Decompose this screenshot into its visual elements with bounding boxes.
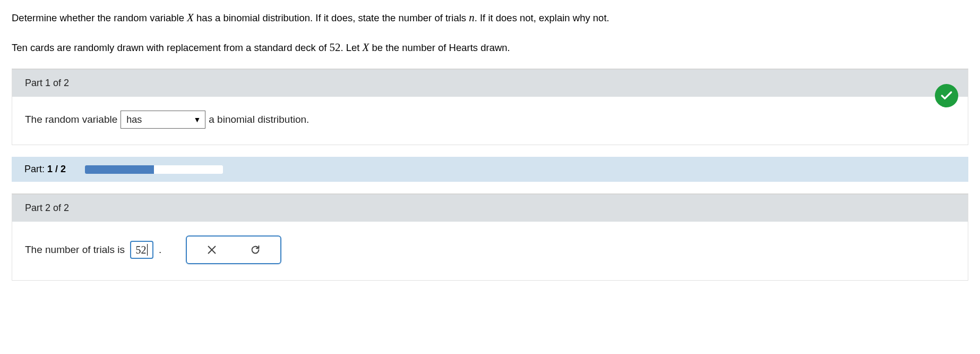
part2-text-after: . — [159, 242, 161, 258]
question-text: Determine whether the random variable X … — [12, 10, 968, 56]
part1-text-after: a binomial distribution. — [209, 112, 309, 128]
question-line1-pre: Determine whether the random variable — [12, 12, 187, 23]
part1-header: Part 1 of 2 — [12, 70, 968, 97]
question-line1-post: . If it does not, explain why not. — [475, 12, 609, 23]
var-x-2: X — [363, 41, 369, 54]
reset-button[interactable] — [250, 244, 261, 256]
undo-icon — [250, 244, 261, 256]
question-line2-post: be the number of Hearts drawn. — [369, 42, 510, 53]
progress-fill — [85, 165, 154, 174]
part2-header: Part 2 of 2 — [12, 195, 968, 222]
progress-label: Part: 1 / 2 — [24, 162, 66, 176]
question-line2-mid: . Let — [340, 42, 362, 53]
chevron-down-icon: ▼ — [193, 114, 201, 125]
num-52: 52 — [329, 41, 340, 54]
clear-button[interactable] — [206, 244, 218, 256]
text-cursor — [147, 244, 148, 256]
part2-text-before: The number of trials is — [25, 242, 125, 258]
question-line1-mid: has a binomial distribution. If it does,… — [194, 12, 469, 23]
question-line2-pre: Ten cards are randomly drawn with replac… — [12, 42, 329, 53]
var-n: n — [469, 11, 475, 24]
progress-row: Part: 1 / 2 — [12, 157, 968, 182]
var-x: X — [187, 11, 194, 24]
part1-text-before: The random variable — [25, 112, 117, 128]
trials-input[interactable]: 52 — [130, 241, 153, 259]
part2-panel: Part 2 of 2 The number of trials is 52 . — [12, 193, 968, 281]
trials-input-value: 52 — [135, 242, 146, 258]
progress-track — [85, 165, 223, 174]
select-value: has — [126, 113, 187, 127]
input-toolbar — [186, 235, 281, 264]
part1-panel: Part 1 of 2 The random variable has ▼ a … — [12, 69, 968, 145]
binomial-select[interactable]: has ▼ — [121, 111, 205, 129]
close-icon — [206, 244, 218, 256]
correct-badge — [935, 84, 958, 107]
check-icon — [940, 89, 953, 103]
